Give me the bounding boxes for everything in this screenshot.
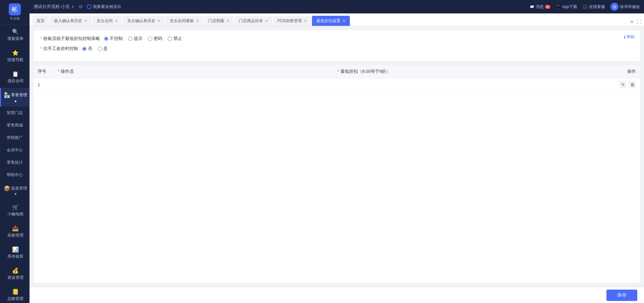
strategy-nocontrol-label: 不控制: [110, 36, 123, 42]
tab-close-icon[interactable]: ✕: [342, 19, 345, 23]
strategy-forbid-radio[interactable]: [168, 37, 172, 41]
sidebar-item-retail-mall[interactable]: 零售商城: [0, 119, 30, 132]
sidebar-item-purchase[interactable]: 📥 采购管理: [0, 221, 30, 242]
message-icon: 📨: [529, 4, 534, 9]
sidebar-sub-label: 智慧门店: [7, 110, 23, 115]
strategy-nocontrol-option[interactable]: 不控制: [104, 36, 123, 42]
tab-home[interactable]: 首页: [32, 16, 49, 26]
sidebar-item-quicknav[interactable]: ⭐ 快捷导航: [0, 46, 30, 67]
tab-close-icon[interactable]: ✕: [196, 19, 199, 23]
sidebar-item-retail[interactable]: 🏪 零售管理 ▲: [0, 88, 30, 107]
strategy-prompt-option[interactable]: 提示: [128, 36, 143, 42]
app-logo: 帐 专业版: [0, 0, 30, 24]
user-profile-button[interactable]: 徐 徐泽华修改: [610, 3, 640, 11]
project-name: 测试分开流程-小兄: [34, 4, 70, 10]
manual-label: * 仅手工改价时控制: [40, 46, 78, 52]
topbar-settings-icon[interactable]: ⚙: [78, 4, 83, 9]
sidebar-item-ecommerce[interactable]: 🛒 小畅电商: [0, 200, 30, 221]
chevron-up-icon: ▲: [14, 99, 17, 103]
strategy-nocontrol-radio[interactable]: [104, 37, 108, 41]
sidebar-item-label: 快捷导航: [7, 57, 23, 63]
purchase-icon: 📥: [12, 225, 19, 232]
row-delete-button[interactable]: 🗑: [629, 81, 636, 88]
tab-store-catalog[interactable]: 门店商品目录 ✕: [234, 16, 272, 26]
sidebar-item-label: 零售管理: [11, 92, 27, 98]
tab-store-archive[interactable]: 门店档案 ✕: [204, 16, 234, 26]
inventory-icon: 📊: [12, 246, 19, 253]
demo-link[interactable]: 我要看实例演示: [87, 4, 121, 10]
project-selector[interactable]: 测试分开流程-小兄 ▼: [34, 4, 74, 10]
tab-label: 最低折扣设置: [316, 18, 340, 24]
tab-bar: 首页 收入确认单历史 ✕ 支出合同 ✕ 支出确认单历史 ✕ 支出合同看板 ✕ 门…: [30, 13, 644, 26]
sidebar-item-label: 搜索菜单: [7, 36, 23, 42]
help-label: 帮助: [627, 34, 635, 40]
strategy-label-text: 收银员低于最低折扣控制策略: [43, 36, 100, 41]
sidebar-item-search[interactable]: 🔍 搜索菜单: [0, 24, 30, 46]
ledger-icon: 📒: [12, 289, 19, 295]
strategy-prompt-radio[interactable]: [128, 37, 132, 41]
app-download-button[interactable]: 📱 App下载: [556, 4, 577, 10]
project-dropdown-arrow: ▼: [71, 5, 74, 9]
tab-label: 支出合同: [97, 18, 113, 24]
sidebar-item-member-center[interactable]: 会员中心: [0, 144, 30, 156]
sidebar-sub-label: 帮助中心: [7, 172, 23, 177]
sidebar-item-project-contract[interactable]: 📋 项目合同: [0, 67, 30, 88]
tab-close-icon[interactable]: ✕: [226, 19, 229, 23]
tab-label: 收入确认单历史: [54, 18, 82, 24]
tab-expense-history[interactable]: 支出确认单历史 ✕: [123, 16, 165, 26]
save-button[interactable]: 保存: [606, 290, 637, 301]
sidebar-item-wholesale[interactable]: 📦 批发管理 ▼: [0, 181, 30, 200]
help-icon: ℹ: [624, 35, 626, 40]
sidebar-item-marketing[interactable]: 营销推广: [0, 132, 30, 144]
required-star: *: [337, 69, 339, 74]
tab-min-discount[interactable]: 最低折扣设置 ✕: [312, 16, 350, 26]
strategy-forbid-option[interactable]: 禁止: [168, 36, 182, 42]
main-area: 测试分开流程-小兄 ▼ ⚙ 我要看实例演示 📨 消息 8 📱 App下载 🎧 在…: [30, 0, 644, 303]
message-label: 消息: [536, 4, 544, 10]
help-link[interactable]: ℹ 帮助: [624, 34, 635, 40]
retail-icon: 🏪: [4, 92, 10, 98]
cell-min-discount[interactable]: [333, 78, 613, 91]
sidebar-item-label: 小畅电商: [7, 211, 23, 217]
col-header-min-discount: * 最低折扣（9.00等于9折）: [333, 65, 613, 78]
sidebar-item-help-center[interactable]: 帮助中心: [0, 169, 30, 181]
footer-bar: 保存: [30, 287, 644, 303]
sidebar-item-retail-stats[interactable]: 零售统计: [0, 156, 30, 169]
strategy-password-radio[interactable]: [148, 37, 152, 41]
manual-yes-radio[interactable]: [98, 47, 102, 51]
tab-contract[interactable]: 支出合同 ✕: [92, 16, 122, 26]
manual-no-option[interactable]: 否: [82, 46, 92, 52]
sidebar-item-smart-store[interactable]: 智慧门店: [0, 107, 30, 119]
message-button[interactable]: 📨 消息 8: [529, 4, 550, 10]
sidebar-item-ledger[interactable]: 📒 总账管理: [0, 285, 30, 303]
tab-close-icon[interactable]: ✕: [304, 19, 307, 23]
cell-operator[interactable]: [54, 78, 333, 91]
row-edit-button[interactable]: ✎: [619, 81, 627, 88]
strategy-password-option[interactable]: 密码: [148, 36, 162, 42]
user-name: 徐泽华修改: [620, 4, 640, 10]
app-download-label: App下载: [562, 4, 577, 10]
tab-close-icon[interactable]: ✕: [115, 19, 118, 23]
tab-close-icon[interactable]: ✕: [84, 19, 87, 23]
sidebar-item-inventory[interactable]: 📊 库存核算: [0, 242, 30, 263]
manual-no-radio[interactable]: [82, 47, 87, 51]
tab-label: 首页: [37, 18, 45, 24]
tab-close-icon[interactable]: ✕: [265, 19, 268, 23]
sidebar-item-finance[interactable]: 💰 资金管理: [0, 263, 30, 285]
manual-yes-label: 是: [103, 46, 108, 52]
tab-contract-board[interactable]: 支出合同看板 ✕: [165, 16, 203, 26]
tab-pos-encrypt[interactable]: POS加密管理 ✕: [273, 16, 311, 26]
manual-yes-option[interactable]: 是: [98, 46, 108, 52]
tab-close-icon[interactable]: ✕: [157, 19, 160, 23]
star-icon: ⭐: [12, 50, 19, 56]
operator-input[interactable]: [58, 82, 329, 87]
tab-label: 支出合同看板: [170, 18, 194, 24]
tab-expand-icon[interactable]: ⛶: [637, 19, 641, 24]
tab-income-history[interactable]: 收入确认单历史 ✕: [50, 16, 92, 26]
sidebar-item-label: 资金管理: [7, 275, 23, 281]
tab-close-all-icon[interactable]: ✕: [630, 19, 634, 24]
sidebar-sub-label: 营销推广: [7, 135, 23, 140]
min-discount-input[interactable]: [337, 82, 609, 87]
logo-icon: 帐: [9, 3, 21, 15]
customer-service-button[interactable]: 🎧 在线客服: [583, 4, 605, 10]
